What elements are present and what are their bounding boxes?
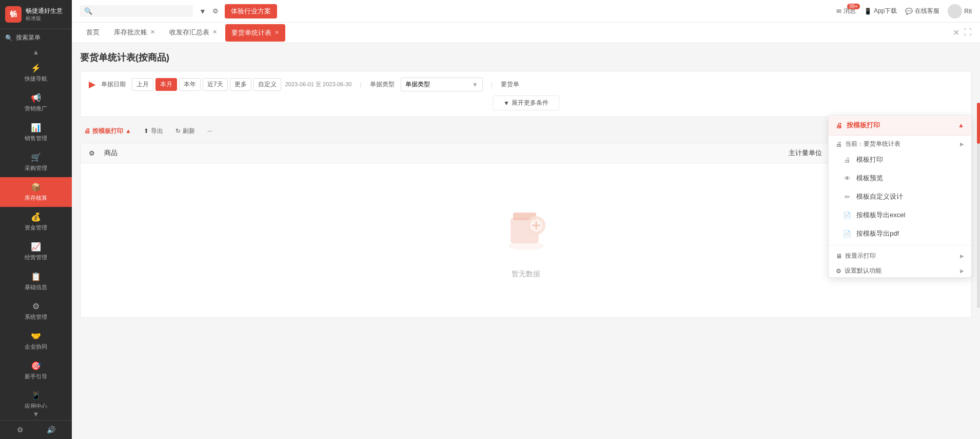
- sidebar-item-app[interactable]: 📱 应用中心: [0, 386, 72, 408]
- quick-nav-icon: ⚡: [31, 63, 41, 73]
- export-pdf-icon: 📄: [843, 230, 851, 238]
- user-avatar: [948, 4, 962, 18]
- export-btn[interactable]: ⬆ 导出: [140, 125, 167, 138]
- sidebar-item-quick-nav[interactable]: ⚡ 快捷导航: [0, 58, 72, 88]
- main-area: 🔍 ▼ ⚙ 体验行业方案 ✉ 消息 99+ 📱 App下载 💬 在线客服 Rit: [72, 0, 980, 439]
- display-print-icon: 🖥: [836, 253, 842, 260]
- sidebar-item-purchase[interactable]: 🛒 采购管理: [0, 147, 72, 177]
- col-settings-icon: ⚙: [89, 149, 95, 157]
- col-settings[interactable]: ⚙: [89, 149, 104, 157]
- export-icon: ⬆: [144, 127, 149, 135]
- sidebar-item-label: 快捷导航: [25, 75, 47, 83]
- finance-icon: 💰: [31, 212, 41, 222]
- sidebar-item-label: 销售管理: [25, 135, 47, 142]
- window-close-icon[interactable]: ✕: [953, 28, 959, 37]
- window-expand-icon[interactable]: ⛶: [964, 28, 972, 37]
- dropdown-item-export-excel[interactable]: 📄 按模板导出excel: [829, 206, 971, 224]
- user-avatar-item[interactable]: Rit: [948, 4, 972, 18]
- dropdown-chevron-icon[interactable]: ▲: [958, 122, 964, 129]
- sidebar-item-label: 营销推广: [25, 105, 47, 112]
- order-category-label: 要货单: [501, 80, 519, 89]
- dropdown-divider: [829, 245, 971, 245]
- header-search-bar[interactable]: 🔍: [80, 5, 193, 17]
- page-content: 要货单统计表(按商品) ▶ 单据日期 上月 本月 本年 近7天 更多 自定义 2…: [72, 43, 980, 439]
- service-icon: 💬: [905, 8, 913, 15]
- print-chevron-up-icon: ▲: [125, 127, 131, 135]
- tab-close-collection-summary[interactable]: ✕: [212, 29, 217, 35]
- print-btn[interactable]: 🖨 按模板打印 ▲: [80, 125, 135, 138]
- sidebar-scroll-down[interactable]: ▼: [0, 408, 72, 420]
- sidebar-item-label: 库存核算: [25, 194, 47, 202]
- refresh-btn[interactable]: ↻ 刷新: [171, 125, 199, 138]
- sidebar-item-label: 采购管理: [25, 164, 47, 172]
- settings-bottom-icon[interactable]: ⚙: [17, 426, 24, 434]
- download-icon: 📱: [864, 8, 872, 15]
- filter-expand-btn[interactable]: ▶: [89, 80, 95, 89]
- tab-close-inventory-batch[interactable]: ✕: [150, 29, 155, 35]
- trial-btn[interactable]: 体验行业方案: [225, 4, 277, 18]
- sidebar-item-system[interactable]: ⚙ 系统管理: [0, 296, 72, 326]
- header-nav-dropdown[interactable]: ▼: [199, 7, 206, 15]
- sidebar-item-label: 资金管理: [25, 224, 47, 232]
- search-icon: 🔍: [84, 7, 92, 15]
- filter-area: ▶ 单据日期 上月 本月 本年 近7天 更多 自定义 2023-06-01 至 …: [80, 71, 972, 117]
- sidebar-item-finance[interactable]: 💰 资金管理: [0, 207, 72, 237]
- sidebar-item-sales[interactable]: 📊 销售管理: [0, 118, 72, 147]
- tab-home[interactable]: 首页: [80, 24, 106, 42]
- sidebar-item-marketing[interactable]: 📢 营销推广: [0, 88, 72, 118]
- date-btn-last-7[interactable]: 近7天: [203, 78, 228, 91]
- dropdown-display-print-section[interactable]: 🖥 按显示打印 ▶: [829, 247, 971, 262]
- header-gear-icon[interactable]: ⚙: [212, 7, 219, 15]
- date-range: 2023-06-01 至 2023-06-30: [285, 81, 352, 88]
- tab-close-order-summary[interactable]: ✕: [275, 29, 279, 36]
- sales-icon: 📊: [31, 123, 41, 132]
- date-btn-last-month[interactable]: 上月: [132, 78, 153, 91]
- scrollbar-thumb[interactable]: [977, 103, 980, 144]
- date-btn-this-month[interactable]: 本月: [155, 78, 177, 91]
- sidebar-item-operations[interactable]: 📈 经营管理: [0, 237, 72, 266]
- sidebar-item-enterprise[interactable]: 🤝 企业协同: [0, 326, 72, 356]
- select-chevron-icon: ▼: [472, 81, 478, 88]
- sidebar-search[interactable]: 🔍 搜索菜单: [0, 29, 72, 46]
- sidebar-item-label: 基础信息: [25, 283, 47, 291]
- template-design-icon: ✏: [843, 193, 851, 201]
- logo-icon: 畅: [5, 6, 22, 23]
- dropdown-item-template-print[interactable]: 🖨 模板打印: [829, 150, 971, 169]
- expand-more-btn[interactable]: ▼ 展开更多条件: [493, 96, 559, 110]
- tab-bar: 首页 库存批次账 ✕ 收发存汇总表 ✕ 要货单统计表 ✕ ✕ ⛶: [72, 23, 980, 43]
- sidebar-item-inventory[interactable]: 📦 库存核算: [0, 177, 72, 207]
- dropdown-item-export-pdf[interactable]: 📄 按模板导出pdf: [829, 224, 971, 243]
- enterprise-icon: 🤝: [31, 331, 41, 341]
- tab-inventory-batch[interactable]: 库存批次账 ✕: [108, 24, 161, 42]
- date-btn-custom[interactable]: 自定义: [253, 78, 281, 91]
- marketing-icon: 📢: [31, 93, 41, 103]
- dropdown-set-default-section[interactable]: ⚙ 设置默认功能 ▶: [829, 262, 971, 277]
- message-icon-item[interactable]: ✉ 消息 99+: [836, 7, 856, 15]
- sidebar-nav: ⚡ 快捷导航 📢 营销推广 📊 销售管理 🛒 采购管理 📦 库存核算 💰 资金管…: [0, 58, 72, 408]
- more-btn[interactable]: ···: [203, 125, 217, 137]
- sidebar-item-basics[interactable]: 📋 基础信息: [0, 266, 72, 296]
- sound-bottom-icon[interactable]: 🔊: [47, 426, 55, 434]
- inventory-icon: 📦: [31, 182, 41, 192]
- page-title: 要货单统计表(按商品): [80, 51, 972, 64]
- logo-text: 畅捷通好生意 标准版: [26, 7, 63, 22]
- template-preview-icon: 👁: [843, 175, 851, 182]
- online-service-icon-item[interactable]: 💬 在线客服: [905, 7, 939, 15]
- tab-window-controls: ✕ ⛶: [953, 28, 972, 37]
- date-btn-more[interactable]: 更多: [230, 78, 251, 91]
- dropdown-item-template-design[interactable]: ✏ 模板自定义设计: [829, 187, 971, 206]
- right-scrollbar[interactable]: [977, 103, 980, 308]
- sidebar-item-guide[interactable]: 🎯 新手引导: [0, 356, 72, 386]
- tab-order-summary[interactable]: 要货单统计表 ✕: [225, 24, 285, 42]
- sidebar-item-label: 系统管理: [25, 313, 47, 321]
- app-download-icon-item[interactable]: 📱 App下载: [864, 7, 897, 15]
- refresh-icon: ↻: [175, 127, 181, 135]
- order-type-select[interactable]: 单据类型 ▼: [401, 78, 483, 91]
- tab-collection-summary[interactable]: 收发存汇总表 ✕: [163, 24, 223, 42]
- dropdown-item-template-preview[interactable]: 👁 模板预览: [829, 169, 971, 187]
- print-icon: 🖨: [84, 127, 90, 135]
- sidebar-scroll-up[interactable]: ▲: [0, 46, 72, 58]
- date-btn-this-year[interactable]: 本年: [179, 78, 201, 91]
- set-default-arrow-icon: ▶: [960, 268, 964, 274]
- system-icon: ⚙: [32, 301, 40, 311]
